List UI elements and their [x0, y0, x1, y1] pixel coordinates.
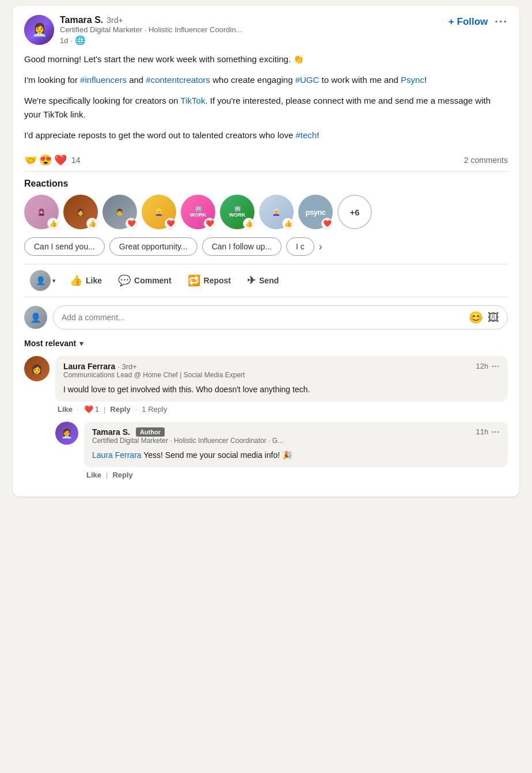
post-card: 👩‍💼 Tamara S. 3rd+ Certified Digital Mar… [13, 6, 519, 497]
reaction-avatar-7[interactable]: 👩‍🦳 👍 [259, 195, 294, 229]
post-line-2: I'm looking for #influencers and #conten… [24, 73, 508, 87]
reaction-avatar-4[interactable]: 👱‍♀️ ❤️ [142, 195, 176, 229]
comment-button[interactable]: 💬 Comment [110, 270, 180, 291]
reply-time-more: 11h ··· [476, 427, 500, 436]
author-avatar[interactable]: 👩‍💼 [24, 15, 54, 45]
reply-author-name[interactable]: Tamara S. [92, 427, 130, 437]
repost-icon: 🔁 [188, 274, 200, 287]
reaction-badge-8: ❤️ [321, 218, 333, 229]
header-actions: + Follow ··· [449, 15, 508, 28]
dropdown-arrow-icon: ▾ [52, 277, 56, 285]
link-tiktok[interactable]: TikTok [181, 96, 206, 105]
reply-author-block: Tamara S. Author Certified Digital Marke… [92, 427, 283, 448]
hashtag-contentcreators[interactable]: #contentcreators [146, 75, 210, 85]
reaction-avatar-3[interactable]: 👨 ❤️ [102, 195, 137, 229]
comment-1-actions: Like · ❤️ 1 | Reply · 1 Reply [55, 405, 508, 414]
comment-1-text: I would love to get involved with this. … [63, 384, 500, 396]
send-label: Send [259, 276, 279, 285]
chevron-right-icon[interactable]: › [319, 241, 322, 253]
link-psync[interactable]: Psync [401, 75, 424, 85]
sort-bar: Most relevant ▾ [24, 339, 508, 348]
author-info: 👩‍💼 Tamara S. 3rd+ Certified Digital Mar… [24, 15, 242, 46]
more-reactions-button[interactable]: +6 [337, 195, 372, 229]
hashtag-influencers[interactable]: #influencers [80, 75, 127, 85]
comment-1-more-button[interactable]: ··· [492, 362, 500, 370]
action-bar: 👤 ▾ 👍 Like 💬 Comment 🔁 Repost ✈ Send [24, 264, 508, 297]
reply-body: Tamara S. Author Certified Digital Marke… [84, 422, 508, 479]
repost-label: Repost [204, 276, 231, 285]
reaction-avatar-8[interactable]: psync ❤️ [298, 195, 333, 229]
reply-like-button[interactable]: Like [86, 471, 101, 479]
comment-1-reaction-emoji: ❤️ [84, 405, 93, 414]
comments-count[interactable]: 2 comments [464, 156, 508, 165]
reply-mention[interactable]: Laura Ferrara [92, 450, 142, 460]
comment-1-time: 12h [476, 362, 488, 370]
sort-arrow-icon[interactable]: ▾ [79, 339, 83, 348]
reaction-avatar-5[interactable]: 🏢WORK ❤️ [181, 195, 215, 229]
quick-reply-4[interactable]: I c [286, 237, 314, 256]
reply-actions: Like | Reply [84, 471, 508, 479]
reactions-section: Reactions 🧕 👍 👩 👍 👨 ❤️ 👱‍♀️ ❤️ 🏢WORK ❤️ [24, 179, 508, 229]
author-degree: 3rd+ [107, 16, 123, 25]
reply-avatar[interactable]: 👩‍💼 [55, 422, 78, 445]
author-name[interactable]: Tamara S. [60, 15, 103, 25]
post-line-4: I'd appreciate reposts to get the word o… [24, 128, 508, 142]
post-header: 👩‍💼 Tamara S. 3rd+ Certified Digital Mar… [24, 15, 508, 46]
comment-1-avatar[interactable]: 👩 [24, 356, 50, 381]
comment-1-like-button[interactable]: Like [58, 405, 73, 414]
comment-1-author-block: Laura Ferrara · 3rd+ Communications Lead… [63, 362, 245, 382]
reaction-icons: 🤝 😍 ❤️ 14 [24, 154, 81, 166]
avatar-dropdown[interactable]: 👤 ▾ [24, 267, 62, 294]
comment-1-reply-button[interactable]: Reply [110, 405, 130, 414]
follow-button[interactable]: + Follow [449, 16, 488, 28]
reply-comment-inner: 👩‍💼 Tamara S. Author Certified Digital M… [55, 422, 508, 479]
send-button[interactable]: ✈ Send [239, 270, 287, 291]
post-meta: 1d · 🌐 [60, 35, 242, 46]
author-badge: Author [136, 427, 165, 437]
comment-1-reaction: ❤️ 1 [84, 405, 99, 414]
reply-comment: 👩‍💼 Tamara S. Author Certified Digital M… [55, 422, 508, 479]
repost-button[interactable]: 🔁 Repost [180, 270, 239, 291]
post-time: 1d [60, 36, 68, 45]
comment-1-reaction-count: 1 [95, 405, 99, 414]
quick-reply-3[interactable]: Can I follow up... [202, 237, 282, 256]
comment-1-title: Communications Lead @ Home Chef | Social… [63, 371, 245, 379]
reaction-emoji-2: 😍 [39, 154, 52, 166]
separator: · [70, 36, 73, 45]
reply-title: Certified Digital Marketer · Holistic In… [92, 437, 283, 445]
reaction-count[interactable]: 14 [71, 156, 81, 165]
reaction-avatar-2[interactable]: 👩 👍 [63, 195, 98, 229]
reaction-avatar-1[interactable]: 🧕 👍 [24, 195, 59, 229]
reactions-bar: 🤝 😍 ❤️ 14 2 comments [24, 149, 508, 172]
comment-1-bubble: Laura Ferrara · 3rd+ Communications Lead… [55, 356, 508, 401]
comment-input[interactable] [62, 313, 464, 322]
hashtag-ugc[interactable]: #UGC [295, 75, 320, 85]
comment-1-replies-count[interactable]: 1 Reply [142, 405, 167, 414]
reply-bubble: Tamara S. Author Certified Digital Marke… [84, 422, 508, 467]
globe-icon: 🌐 [75, 35, 86, 46]
comment-1-degree: · 3rd+ [117, 362, 137, 371]
current-user-avatar: 👤 [30, 270, 51, 291]
reply-reply-button[interactable]: Reply [112, 471, 132, 479]
sort-label: Most relevant [24, 339, 76, 348]
comment-icon: 💬 [118, 274, 131, 287]
reply-more-button[interactable]: ··· [492, 427, 500, 436]
reply-time: 11h [476, 427, 488, 436]
quick-reply-2[interactable]: Great opportunity... [109, 237, 197, 256]
more-button[interactable]: ··· [495, 15, 508, 28]
hashtag-tech[interactable]: #tech [295, 130, 317, 140]
image-icon[interactable]: 🖼 [488, 311, 499, 324]
reply-text-content: Yess! Send me your social media info! 🎉 [142, 450, 292, 460]
author-title: Certified Digital Marketer · Holistic In… [60, 25, 242, 34]
quick-reply-1[interactable]: Can I send you... [24, 237, 105, 256]
comment-1-author-name[interactable]: Laura Ferrara [63, 362, 115, 371]
reaction-avatar-6[interactable]: 🏢WORK 👍 [220, 195, 254, 229]
reaction-badge-3: ❤️ [126, 218, 137, 229]
reaction-badge-2: 👍 [86, 218, 98, 229]
like-button[interactable]: 👍 Like [62, 270, 110, 291]
comment-1-header: Laura Ferrara · 3rd+ Communications Lead… [63, 362, 500, 382]
comment-1-body: Laura Ferrara · 3rd+ Communications Lead… [55, 356, 508, 414]
reactions-avatars: 🧕 👍 👩 👍 👨 ❤️ 👱‍♀️ ❤️ 🏢WORK ❤️ 🏢WORK [24, 195, 508, 229]
emoji-icon[interactable]: 😊 [469, 310, 483, 324]
post-line-3: We're specifically looking for creators … [24, 94, 508, 122]
